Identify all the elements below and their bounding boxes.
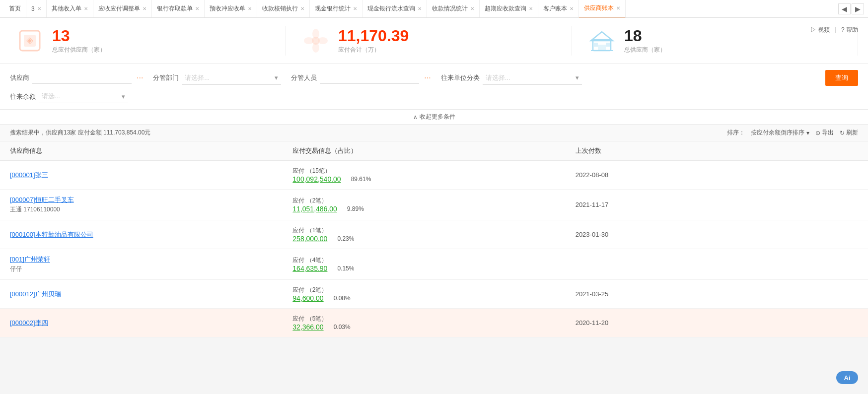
total-supplier-count: 18 [624, 28, 666, 44]
nav-tab-ar-ap-adjust[interactable]: 应收应付调整单 ✕ [93, 0, 152, 18]
tx-amount-4[interactable]: 164,635.90 [292, 264, 327, 272]
chevron-up-icon: ∧ [413, 114, 418, 121]
help-link[interactable]: ? 帮助 [841, 26, 858, 34]
sort-select[interactable]: 按应付余额倒序排序 ▾ [751, 129, 809, 137]
nav-tab-receipt-exec[interactable]: 收款核销执行 ✕ [257, 0, 310, 18]
close-tab-other-income[interactable]: ✕ [84, 6, 88, 11]
result-bar: 搜索结果中，供应商13家 应付金额 111,703,854.00元 排序： 按应… [0, 125, 868, 141]
summary-area: ◈ 13 总应付供应商（家） 11,170.39 应付合计（万） [0, 18, 868, 64]
filter-area: 供应商 ··· 分管部门 请选择... ▾ 分管人员 ··· 往来单位分类 请选… [0, 64, 868, 110]
tx-info-6: 应付 （5笔） 32,366.00 0.03% [292, 315, 575, 331]
close-tab-overdue-ar[interactable]: ✕ [529, 6, 533, 11]
collapse-button[interactable]: ∧ 收起更多条件 [413, 113, 455, 121]
close-tab-prepay-offset[interactable]: ✕ [248, 6, 252, 11]
person-filter-label: 分管人员 [291, 73, 317, 82]
play-icon: ▷ [810, 26, 816, 33]
tx-amount-6[interactable]: 32,366.00 [292, 323, 323, 331]
nav-tab-customer-ledger[interactable]: 客户账本 ✕ [538, 0, 579, 18]
tx-percent-2: 9.89% [347, 205, 364, 212]
table-header: 供应商信息 应付交易信息（占比） 上次付数 [0, 141, 868, 161]
table-row: [001]广州荣轩 仔仔 应付 （4笔） 164,635.90 0.15% [0, 249, 868, 280]
top-navigation: 首页 3 ✕ 其他收入单 ✕ 应收应付调整单 ✕ 银行存取款单 ✕ 预收冲应收单… [0, 0, 868, 18]
nav-tab-prepay-offset[interactable]: 预收冲应收单 ✕ [205, 0, 257, 18]
supplier-link-6[interactable]: [000002]李四 [10, 319, 292, 328]
video-link[interactable]: ▷ 视频 [810, 26, 830, 34]
tx-amount-5[interactable]: 94,600.00 [292, 294, 323, 302]
nav-tab-cash-bank-stats[interactable]: 现金银行统计 ✕ [310, 0, 362, 18]
tx-percent-5: 0.08% [334, 295, 351, 302]
summary-card-payable-total: 11,170.39 应付合计（万） [286, 26, 572, 56]
tx-amount-1[interactable]: 100,092,540.00 [292, 175, 341, 183]
filter-item-dept: 分管部门 请选择... ▾ [153, 71, 281, 85]
top-right-links: ▷ 视频 | ? 帮助 [810, 26, 859, 34]
supplier-link-5[interactable]: [000012]广州贝瑞 [10, 290, 292, 299]
result-text: 搜索结果中，供应商13家 应付金额 111,703,854.00元 [10, 129, 150, 137]
svg-point-6 [304, 37, 314, 44]
nav-tab-cash-bank-flow[interactable]: 现金银行流水查询 ✕ [362, 0, 427, 18]
col-header-supplier: 供应商信息 [10, 146, 292, 155]
svg-point-5 [312, 43, 319, 53]
close-tab-receipt-stats[interactable]: ✕ [470, 6, 474, 11]
person-input[interactable] [320, 72, 419, 84]
supplier-dots-icon[interactable]: ··· [137, 73, 143, 82]
tx-percent-1: 89.61% [351, 176, 371, 183]
help-icon: ? [841, 26, 845, 33]
refresh-button[interactable]: ↻ 刷新 [840, 129, 858, 137]
tx-info-1: 应付 （15笔） 100,092,540.00 89.61% [292, 167, 575, 183]
card-icon-store [587, 26, 617, 56]
filter-item-category: 往来单位分类 请选择... ▾ [441, 71, 582, 85]
filter-row-1: 供应商 ··· 分管部门 请选择... ▾ 分管人员 ··· 往来单位分类 请选… [10, 70, 858, 86]
nav-tab-home[interactable]: 首页 [4, 0, 26, 18]
close-tab-ar-ap-adjust[interactable]: ✕ [143, 6, 146, 11]
nav-next-arrow[interactable]: ▶ [852, 3, 864, 14]
supplier-link-2[interactable]: [000007]恒旺二手叉车 [10, 196, 292, 204]
sort-area: 排序： 按应付余额倒序排序 ▾ ⊙ 导出 ↻ 刷新 [727, 129, 858, 137]
nav-tab-supplier-ledger[interactable]: 供应商账本 ✕ [579, 0, 626, 18]
table-row: [000001]张三 应付 （15笔） 100,092,540.00 89.61… [0, 161, 868, 190]
nav-tab-3[interactable]: 3 ✕ [26, 0, 47, 18]
payable-supplier-label: 总应付供应商（家） [52, 46, 106, 54]
person-dots-icon[interactable]: ··· [424, 73, 431, 82]
table-row: [000007]恒旺二手叉车 王通 17106110000 应付 （2笔） 11… [0, 190, 868, 220]
last-pay-3: 2023-01-30 [576, 231, 858, 238]
nav-tab-bank-deposit[interactable]: 银行存取款单 ✕ [152, 0, 205, 18]
tx-amount-2[interactable]: 11,051,486.00 [292, 205, 337, 213]
balance-dropdown-icon: ▾ [122, 93, 125, 100]
tx-percent-6: 0.03% [334, 324, 351, 330]
supplier-input[interactable] [32, 72, 132, 84]
nav-tab-other-income[interactable]: 其他收入单 ✕ [47, 0, 93, 18]
close-tab-receipt-exec[interactable]: ✕ [300, 6, 304, 11]
svg-rect-10 [598, 45, 606, 51]
close-tab-3[interactable]: ✕ [37, 6, 41, 11]
tx-info-3: 应付 （1笔） 258,000.00 0.23% [292, 226, 575, 243]
close-tab-supplier-ledger[interactable]: ✕ [616, 5, 620, 11]
close-tab-bank-deposit[interactable]: ✕ [195, 6, 199, 11]
supplier-link-1[interactable]: [000001]张三 [10, 171, 292, 180]
nav-tab-receipt-stats[interactable]: 收款情况统计 ✕ [427, 0, 480, 18]
last-pay-2: 2021-11-17 [576, 201, 858, 208]
supplier-link-4[interactable]: [001]广州荣轩 [10, 255, 292, 264]
card-content-total-suppliers: 18 总供应商（家） [624, 28, 666, 54]
svg-rect-13 [606, 43, 610, 47]
dept-select[interactable]: 请选择... ▾ [182, 71, 281, 85]
balance-select[interactable]: 请选... ▾ [39, 90, 128, 103]
tx-percent-4: 0.15% [337, 265, 354, 272]
last-pay-1: 2022-08-08 [576, 171, 858, 179]
summary-card-payable-suppliers: ◈ 13 总应付供应商（家） [10, 26, 286, 56]
payable-total-amount: 11,170.39 [338, 28, 409, 44]
close-tab-cash-bank-stats[interactable]: ✕ [353, 6, 357, 11]
close-tab-cash-bank-flow[interactable]: ✕ [418, 6, 422, 11]
export-button[interactable]: ⊙ 导出 [815, 129, 834, 137]
nav-tab-overdue-ar[interactable]: 超期应收款查询 ✕ [480, 0, 538, 18]
last-pay-5: 2021-03-25 [576, 290, 858, 298]
supplier-link-3[interactable]: [000100]本特勤油品有限公司 [10, 230, 292, 239]
category-filter-label: 往来单位分类 [441, 73, 480, 82]
card-content-payable-suppliers: 13 总应付供应商（家） [52, 28, 106, 54]
search-button[interactable]: 查询 [825, 70, 858, 86]
supplier-info-1: [000001]张三 [10, 171, 292, 180]
close-tab-customer-ledger[interactable]: ✕ [570, 6, 574, 11]
tx-amount-3[interactable]: 258,000.00 [292, 235, 327, 243]
nav-prev-arrow[interactable]: ◀ [838, 3, 851, 14]
category-select[interactable]: 请选择... ▾ [483, 71, 582, 85]
svg-point-4 [312, 29, 319, 39]
